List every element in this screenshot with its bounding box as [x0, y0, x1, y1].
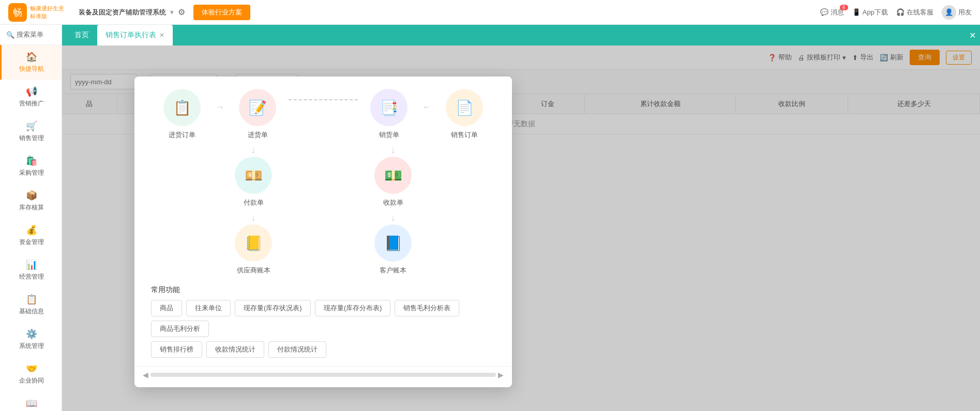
sidebar-item-label: 系统管理 — [19, 342, 44, 351]
sales-order-label: 销售订单 — [451, 130, 478, 140]
system-icon: ⚙️ — [26, 328, 37, 340]
tab-close-all-icon[interactable]: ✕ — [969, 31, 976, 40]
online-service-label: 在线客服 — [907, 8, 933, 17]
btn-stock-status[interactable]: 现存量(库存状况表) — [235, 300, 311, 316]
user-action[interactable]: 👤 用友 — [942, 5, 972, 20]
payment-label: 付款单 — [244, 198, 264, 207]
sidebar-item-collab[interactable]: 🤝 企业协同 — [0, 357, 62, 391]
sidebar-item-label: 快捷导航 — [19, 65, 44, 73]
system-name: 装备及固定资产辅助管理系统 — [79, 8, 166, 17]
logo-area: 畅 畅康通好生意 标准版 — [8, 3, 70, 22]
flow-row-2: 💴 付款单 💵 收款单 — [151, 157, 495, 207]
collab-icon: 🤝 — [26, 363, 37, 374]
flow-down-arrows: ↓ ↓ — [151, 144, 495, 157]
gear-icon[interactable]: ⚙ — [178, 7, 185, 17]
flow-down-arrows-2: ↓ ↓ — [151, 211, 495, 224]
sales-icon: 🛒 — [26, 120, 37, 132]
flow-node-sales-order[interactable]: 📄 销售订单 — [433, 89, 495, 140]
app-icon: 📱 — [852, 8, 861, 16]
btn-sales-profit-analysis[interactable]: 销售毛利分析表 — [395, 300, 459, 316]
dropdown-arrow-icon[interactable]: ▾ — [170, 8, 174, 16]
logo-icon: 畅 — [8, 3, 27, 22]
scroll-track[interactable] — [150, 373, 496, 377]
receipt-label: 收款单 — [383, 198, 403, 207]
scroll-left-icon[interactable]: ◀ — [143, 371, 148, 379]
btn-payment-stats[interactable]: 付款情况统计 — [268, 341, 326, 358]
flow-node-payment[interactable]: 💴 付款单 — [222, 157, 284, 207]
sidebar-item-label: 基础信息 — [19, 307, 44, 316]
online-service-action[interactable]: 🎧 在线客服 — [896, 8, 933, 17]
finance-icon: 💰 — [26, 224, 37, 236]
cf-buttons-row1: 商品 往来单位 现存量(库存状况表) 现存量(库存分布表) 销售毛利分析表 商品… — [151, 300, 495, 337]
sidebar-item-inventory[interactable]: 📦 库存核算 — [0, 184, 62, 218]
btn-stock-distribution[interactable]: 现存量(库存分布表) — [315, 300, 391, 316]
sidebar-item-purchase[interactable]: 🛍️ 采购管理 — [0, 149, 62, 184]
page-content: ❓ 帮助 🖨 按模板打印 ▾ ⬆ 导出 🔄 刷新 查询 设置 — [62, 45, 980, 411]
message-action[interactable]: 💬 消息 6 — [820, 8, 844, 17]
modal-flow: 📋 进货订单 → 📝 进货单 — [134, 77, 512, 279]
btn-goods-profit[interactable]: 商品毛利分析 — [151, 321, 209, 337]
operations-icon: 📊 — [26, 259, 37, 270]
flow-row-1: 📋 进货订单 → 📝 进货单 — [151, 89, 495, 140]
user-name: 用友 — [958, 8, 972, 17]
sidebar-item-finance[interactable]: 💰 资金管理 — [0, 218, 62, 253]
sidebar-item-operations[interactable]: 📊 经营管理 — [0, 253, 62, 287]
sidebar-item-label: 经营管理 — [19, 272, 44, 281]
sidebar-item-marketing[interactable]: 📢 营销推广 — [0, 80, 62, 114]
sidebar-item-base-info[interactable]: 📋 基础信息 — [0, 287, 62, 322]
purchase-bill-circle: 📝 — [239, 89, 276, 126]
search-menu[interactable]: 🔍 搜索菜单 — [0, 25, 62, 45]
marketing-icon: 📢 — [26, 86, 37, 97]
sidebar-item-label: 企业协同 — [19, 376, 44, 385]
tab-bar: 首页 销售订单执行表 ✕ ✕ — [62, 25, 980, 45]
app-download-action[interactable]: 📱 App下载 — [852, 8, 888, 17]
flow-node-purchase-order[interactable]: 📋 进货订单 — [151, 89, 213, 140]
sidebar-item-label: 营销推广 — [19, 99, 44, 108]
customer-ledger-circle: 📘 — [374, 224, 412, 262]
down-arrow-receipt: ↓ — [362, 145, 424, 156]
tab-close-icon[interactable]: ✕ — [159, 32, 164, 39]
btn-counterparty[interactable]: 往来单位 — [186, 300, 231, 316]
btn-receipt-stats[interactable]: 收款情况统计 — [206, 341, 264, 358]
search-icon: 🔍 — [6, 31, 14, 39]
sidebar-item-label: 库存核算 — [19, 203, 44, 212]
tab-sales-order[interactable]: 销售订单执行表 ✕ — [97, 25, 173, 45]
sidebar-item-label: 资金管理 — [19, 238, 44, 247]
flow-node-customer-ledger[interactable]: 📘 客户账本 — [362, 224, 424, 275]
sidebar-item-label: 采购管理 — [19, 169, 44, 177]
sidebar-item-sales[interactable]: 🛒 销售管理 — [0, 114, 62, 149]
receipt-circle: 💵 — [374, 157, 412, 194]
btn-sales-ranking[interactable]: 销售排行榜 — [151, 341, 202, 358]
arrow-left-1: ← — [422, 102, 431, 127]
cf-buttons-row2: 销售排行榜 收款情况统计 付款情况统计 — [151, 341, 495, 358]
tab-sales-order-label: 销售订单执行表 — [105, 31, 156, 40]
sidebar-item-system[interactable]: ⚙️ 系统管理 — [0, 322, 62, 357]
main-layout: 🔍 搜索菜单 🏠 快捷导航 📢 营销推广 🛒 销售管理 🛍️ 采购管理 📦 库存… — [0, 25, 980, 411]
flow-node-sales-bill[interactable]: 📑 销货单 — [358, 89, 420, 140]
app-download-label: App下载 — [863, 8, 888, 17]
flow-node-supplier-ledger[interactable]: 📒 供应商账本 — [222, 224, 284, 275]
tab-home-label: 首页 — [74, 31, 89, 40]
sales-order-circle: 📄 — [446, 89, 483, 126]
quick-nav-icon: 🏠 — [26, 51, 37, 63]
inventory-icon: 📦 — [26, 190, 37, 201]
message-icon: 💬 — [820, 8, 828, 16]
sales-bill-circle: 📑 — [370, 89, 408, 126]
flow-node-purchase-bill[interactable]: 📝 进货单 — [227, 89, 289, 140]
header-right: 💬 消息 6 📱 App下载 🎧 在线客服 👤 用友 — [820, 5, 972, 20]
search-menu-label: 搜索菜单 — [17, 30, 43, 39]
sidebar-item-guide[interactable]: 📖 新手引导 — [0, 391, 62, 411]
purchase-order-label: 进货订单 — [169, 130, 195, 140]
btn-goods[interactable]: 商品 — [151, 300, 182, 316]
logo-text: 畅康通好生意 标准版 — [30, 5, 64, 20]
trial-button[interactable]: 体验行业方案 — [193, 5, 250, 20]
sidebar-item-label: 销售管理 — [19, 134, 44, 143]
scroll-right-icon[interactable]: ▶ — [498, 371, 504, 379]
flow-node-receipt[interactable]: 💵 收款单 — [362, 157, 424, 207]
sidebar-item-quick-nav[interactable]: 🏠 快捷导航 — [0, 45, 62, 80]
tab-home[interactable]: 首页 — [66, 25, 97, 45]
content-area: 首页 销售订单执行表 ✕ ✕ ❓ 帮助 🖨 按模板打印 ▾ — [62, 25, 980, 411]
modal-overlay[interactable]: 📋 进货订单 → 📝 进货单 — [62, 45, 980, 411]
message-badge: 6 — [840, 5, 848, 10]
purchase-icon: 🛍️ — [26, 155, 37, 166]
